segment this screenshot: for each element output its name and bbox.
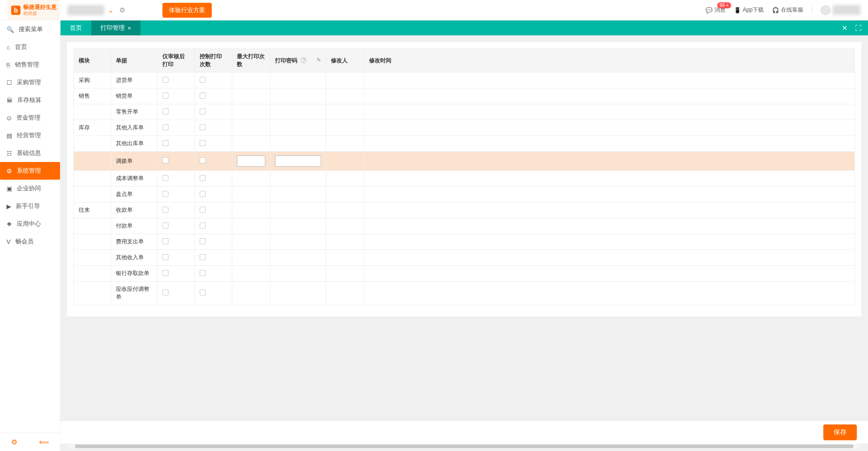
table-row[interactable]: 盘点单 bbox=[74, 187, 855, 202]
table-row[interactable]: 其他出库单 bbox=[74, 136, 855, 152]
checkbox[interactable] bbox=[200, 222, 206, 229]
table-row[interactable]: 银行存取款单 bbox=[74, 266, 855, 282]
checkbox[interactable] bbox=[162, 77, 168, 83]
table-row[interactable]: 往来收款单 bbox=[74, 202, 855, 218]
sidebar-item-企业协同[interactable]: ▣企业协同 bbox=[0, 180, 60, 197]
sidebar-item-搜索菜单[interactable]: 🔍搜索菜单 bbox=[0, 20, 60, 38]
cell-mod-time bbox=[364, 250, 855, 266]
checkbox[interactable] bbox=[200, 270, 206, 276]
table-row[interactable]: 成本调整单 bbox=[74, 171, 855, 187]
checkbox[interactable] bbox=[162, 140, 168, 146]
cell-max-count bbox=[232, 171, 270, 187]
checkbox[interactable] bbox=[200, 77, 206, 83]
table-row[interactable]: 零售开单 bbox=[74, 104, 855, 120]
scrollbar-thumb[interactable] bbox=[75, 444, 854, 448]
cell-modifier bbox=[326, 234, 364, 250]
cell-max-count bbox=[232, 73, 270, 88]
sidebar-item-畅会员[interactable]: V畅会员 bbox=[0, 233, 60, 250]
cell-mod-time bbox=[364, 88, 855, 104]
brand-logo[interactable]: b 畅捷通好生意 精简版 bbox=[7, 0, 60, 20]
horizontal-scrollbar[interactable] bbox=[67, 444, 861, 449]
company-selector[interactable]: 公司名 ⌄ ⚙ bbox=[67, 5, 156, 15]
checkbox[interactable] bbox=[200, 157, 206, 163]
cell-audit-only bbox=[158, 136, 195, 152]
messages-link[interactable]: 💬 消息 99 + bbox=[706, 6, 726, 14]
checkbox[interactable] bbox=[162, 191, 168, 197]
sidebar-item-基础信息[interactable]: ☷基础信息 bbox=[0, 144, 60, 162]
messages-badge: 99 + bbox=[717, 2, 731, 8]
sidebar-item-采购管理[interactable]: ☐采购管理 bbox=[0, 74, 60, 91]
checkbox[interactable] bbox=[200, 93, 206, 99]
sidebar-item-系统管理[interactable]: ⚙系统管理 bbox=[0, 162, 60, 180]
checkbox[interactable] bbox=[162, 289, 168, 296]
fullscreen-icon[interactable]: ⛶ bbox=[855, 24, 861, 32]
table-row[interactable]: 调拨单 bbox=[74, 152, 855, 171]
app-download-link[interactable]: 📱 App下载 bbox=[734, 6, 764, 14]
tab-print-management[interactable]: 打印管理 × bbox=[91, 20, 141, 35]
close-icon[interactable]: × bbox=[128, 25, 131, 32]
cell-ctrl-count bbox=[195, 234, 232, 250]
checkbox[interactable] bbox=[162, 270, 168, 276]
cell-doc: 付款单 bbox=[111, 218, 158, 234]
checkbox[interactable] bbox=[200, 140, 206, 146]
save-button[interactable]: 保存 bbox=[823, 424, 857, 440]
table-row[interactable]: 付款单 bbox=[74, 218, 855, 234]
checkbox[interactable] bbox=[200, 207, 206, 213]
col-ctrl-count: 控制打印次数 bbox=[195, 49, 232, 73]
sidebar-item-应用中心[interactable]: ❖应用中心 bbox=[0, 215, 60, 233]
help-icon[interactable]: ? bbox=[301, 57, 307, 63]
checkbox[interactable] bbox=[200, 238, 206, 244]
sidebar-footer: ⚙ ⟸ bbox=[0, 432, 60, 451]
tab-home[interactable]: 首页 bbox=[61, 20, 91, 35]
checkbox[interactable] bbox=[162, 108, 168, 114]
checkbox[interactable] bbox=[162, 93, 168, 99]
sidebar-item-首页[interactable]: ⌂首页 bbox=[0, 38, 60, 56]
top-header: b 畅捷通好生意 精简版 公司名 ⌄ ⚙ 体验行业方案 💬 消息 99 + 📱 … bbox=[0, 0, 868, 20]
checkbox[interactable] bbox=[162, 254, 168, 260]
checkbox[interactable] bbox=[162, 238, 168, 244]
checkbox[interactable] bbox=[200, 108, 206, 114]
sidebar-item-库存核算[interactable]: 🏛库存核算 bbox=[0, 91, 60, 109]
cell-max-count bbox=[232, 152, 270, 171]
sidebar-item-资金管理[interactable]: ⊙资金管理 bbox=[0, 109, 60, 127]
sidebar-item-label: 搜索菜单 bbox=[19, 25, 43, 34]
checkbox[interactable] bbox=[162, 222, 168, 229]
cell-print-pwd bbox=[270, 250, 326, 266]
sidebar-item-label: 库存核算 bbox=[17, 96, 41, 104]
table-row[interactable]: 其他收入单 bbox=[74, 250, 855, 266]
logo-icon: b bbox=[11, 6, 20, 15]
cell-ctrl-count bbox=[195, 250, 232, 266]
gear-icon[interactable]: ⚙ bbox=[119, 6, 125, 14]
checkbox[interactable] bbox=[200, 124, 206, 130]
edit-icon[interactable]: ✎ bbox=[316, 57, 321, 63]
table-row[interactable]: 应收应付调整单 bbox=[74, 282, 855, 305]
checkbox[interactable] bbox=[162, 207, 168, 213]
collapse-icon[interactable]: ⟸ bbox=[39, 438, 49, 446]
checkbox[interactable] bbox=[200, 175, 206, 181]
settings-icon[interactable]: ⚙ bbox=[11, 438, 17, 446]
table-row[interactable]: 库存其他入库单 bbox=[74, 120, 855, 136]
footer-bar: 保存 bbox=[61, 420, 868, 444]
cell-doc: 调拨单 bbox=[111, 152, 158, 171]
sidebar-item-新手引导[interactable]: ▶新手引导 bbox=[0, 197, 60, 215]
sidebar-item-销售管理[interactable]: ⎘销售管理 bbox=[0, 56, 60, 74]
checkbox[interactable] bbox=[162, 175, 168, 181]
industry-plan-button[interactable]: 体验行业方案 bbox=[162, 3, 212, 18]
main-area: 首页 打印管理 × ✕ ⛶ 模块 bbox=[61, 20, 868, 451]
checkbox[interactable] bbox=[200, 254, 206, 260]
close-all-icon[interactable]: ✕ bbox=[842, 24, 848, 32]
sidebar-item-经营管理[interactable]: ▤经营管理 bbox=[0, 127, 60, 144]
checkbox[interactable] bbox=[200, 191, 206, 197]
customer-service-link[interactable]: 🎧 在线客服 bbox=[772, 6, 803, 14]
table-row[interactable]: 采购进货单 bbox=[74, 73, 855, 88]
cell-ctrl-count bbox=[195, 73, 232, 88]
print-pwd-input[interactable] bbox=[275, 155, 321, 167]
table-row[interactable]: 销售销货单 bbox=[74, 88, 855, 104]
max-count-input[interactable] bbox=[237, 155, 265, 167]
checkbox[interactable] bbox=[162, 157, 168, 163]
table-row[interactable]: 费用支出单 bbox=[74, 234, 855, 250]
user-menu[interactable]: 用户 bbox=[821, 5, 861, 15]
checkbox[interactable] bbox=[200, 289, 206, 296]
cell-mod-time bbox=[364, 171, 855, 187]
checkbox[interactable] bbox=[162, 124, 168, 130]
